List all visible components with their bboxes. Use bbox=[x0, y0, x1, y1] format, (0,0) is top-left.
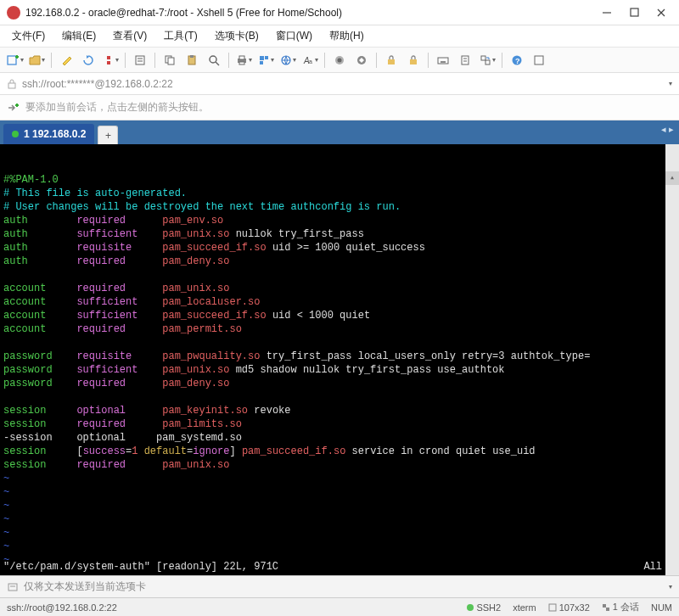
svg-rect-51 bbox=[603, 604, 606, 608]
session-tab-1[interactable]: 1 192.168.0.2 bbox=[3, 124, 94, 144]
terminal-pane[interactable]: #%PAM-1.0# This file is auto-generated.#… bbox=[0, 144, 679, 575]
menu-bar: 文件(F) 编辑(E) 查看(V) 工具(T) 选项卡(B) 窗口(W) 帮助(… bbox=[0, 25, 679, 48]
separator bbox=[376, 53, 377, 68]
addressbook-button[interactable] bbox=[456, 51, 474, 70]
compose-hint[interactable]: 仅将文本发送到当前选项卡 bbox=[24, 580, 663, 594]
copy-button[interactable] bbox=[160, 51, 179, 70]
maximize-button[interactable] bbox=[628, 7, 640, 19]
lock1-button[interactable] bbox=[382, 51, 401, 70]
arrow-add-icon[interactable] bbox=[7, 102, 19, 114]
status-ssh: SSH2 bbox=[467, 602, 501, 613]
highlight-button[interactable] bbox=[57, 51, 76, 70]
svg-rect-13 bbox=[168, 58, 174, 64]
separator bbox=[228, 53, 229, 68]
status-size: 107x32 bbox=[548, 602, 590, 613]
close-button[interactable] bbox=[655, 7, 667, 19]
properties-button[interactable] bbox=[131, 51, 149, 70]
svg-rect-9 bbox=[136, 56, 144, 64]
lock2-button[interactable] bbox=[404, 51, 423, 70]
menu-help[interactable]: 帮助(H) bbox=[324, 27, 369, 45]
disconnect-button[interactable]: ▾ bbox=[101, 51, 120, 70]
tip-bar: 要添加当前会话，点击左侧的箭头按钮。 bbox=[0, 95, 679, 120]
fullscreen-button[interactable] bbox=[530, 51, 548, 70]
title-bar: 192.168.0.2 - oracle@redhat-7:/root - Xs… bbox=[0, 0, 679, 25]
app-icon bbox=[7, 6, 20, 20]
new-session-button[interactable]: ▾ bbox=[5, 51, 24, 70]
script-button[interactable] bbox=[330, 51, 349, 70]
menu-window[interactable]: 窗口(W) bbox=[271, 27, 317, 45]
address-dropdown-icon[interactable]: ▾ bbox=[669, 80, 672, 87]
layout-button[interactable]: ▾ bbox=[256, 51, 275, 70]
open-button[interactable]: ▾ bbox=[27, 51, 46, 70]
address-bar: ssh://root:*******@192.168.0.2:22 ▾ bbox=[0, 73, 679, 95]
separator bbox=[154, 53, 155, 68]
status-dot-icon bbox=[12, 131, 19, 137]
tab-label: 1 192.168.0.2 bbox=[24, 128, 86, 140]
encoding-button[interactable]: ▾ bbox=[278, 51, 297, 70]
svg-rect-48 bbox=[8, 584, 17, 591]
print-button[interactable]: ▾ bbox=[234, 51, 253, 70]
separator bbox=[324, 53, 325, 68]
minimize-button[interactable] bbox=[601, 7, 613, 19]
terminal-scrollbar[interactable]: ▴ bbox=[665, 144, 679, 575]
svg-point-16 bbox=[210, 56, 216, 63]
tab-nav-arrows[interactable]: ◂ ▸ bbox=[661, 124, 674, 135]
compose-bar: 仅将文本发送到当前选项卡 ▾ bbox=[0, 575, 679, 597]
find-button[interactable] bbox=[205, 51, 223, 70]
status-caps: NUM bbox=[651, 602, 672, 613]
xagent-button[interactable] bbox=[352, 51, 371, 70]
help-button[interactable]: ? bbox=[508, 51, 526, 70]
separator bbox=[51, 53, 52, 68]
ssh-light-icon bbox=[467, 604, 474, 611]
svg-text:?: ? bbox=[515, 57, 520, 65]
compose-dropdown-icon[interactable]: ▾ bbox=[669, 583, 672, 591]
svg-line-17 bbox=[216, 62, 219, 65]
svg-rect-41 bbox=[485, 60, 490, 64]
svg-rect-31 bbox=[410, 59, 417, 64]
svg-rect-19 bbox=[239, 56, 244, 59]
menu-edit[interactable]: 编辑(E) bbox=[57, 27, 101, 45]
menu-tools[interactable]: 工具(T) bbox=[159, 27, 202, 45]
svg-rect-45 bbox=[8, 83, 15, 88]
svg-rect-4 bbox=[8, 56, 16, 64]
svg-rect-1 bbox=[631, 8, 638, 16]
svg-rect-32 bbox=[438, 58, 448, 64]
svg-rect-44 bbox=[535, 56, 543, 64]
menu-tabs[interactable]: 选项卡(B) bbox=[210, 27, 264, 45]
svg-rect-37 bbox=[462, 56, 469, 64]
svg-rect-30 bbox=[388, 59, 395, 64]
address-text[interactable]: ssh://root:*******@192.168.0.2:22 bbox=[22, 78, 663, 90]
font-button[interactable]: Aa▾ bbox=[300, 51, 319, 70]
add-tab-button[interactable]: + bbox=[98, 126, 118, 144]
separator bbox=[502, 53, 502, 68]
svg-text:a: a bbox=[309, 59, 312, 64]
separator bbox=[428, 53, 429, 68]
svg-rect-50 bbox=[549, 604, 556, 611]
window-controls bbox=[601, 7, 672, 19]
svg-rect-15 bbox=[190, 55, 194, 58]
status-term: xterm bbox=[513, 602, 536, 613]
reconnect-button[interactable] bbox=[79, 51, 98, 70]
transfer-button[interactable]: ▾ bbox=[478, 51, 497, 70]
lock-icon bbox=[7, 79, 17, 89]
window-title: 192.168.0.2 - oracle@redhat-7:/root - Xs… bbox=[25, 7, 601, 19]
svg-rect-22 bbox=[265, 56, 268, 59]
menu-file[interactable]: 文件(F) bbox=[7, 27, 50, 45]
keyboard-button[interactable] bbox=[434, 51, 452, 70]
svg-rect-40 bbox=[481, 56, 485, 60]
svg-rect-20 bbox=[239, 62, 244, 64]
compose-icon[interactable] bbox=[7, 581, 19, 593]
status-bar: ssh://root@192.168.0.2:22 SSH2 xterm 107… bbox=[0, 597, 679, 616]
tab-strip: 1 192.168.0.2 + ◂ ▸ bbox=[0, 120, 679, 144]
svg-rect-52 bbox=[606, 608, 609, 611]
paste-button[interactable] bbox=[182, 51, 201, 70]
separator bbox=[125, 53, 126, 68]
menu-view[interactable]: 查看(V) bbox=[108, 27, 152, 45]
status-connection: ssh://root@192.168.0.2:22 bbox=[7, 602, 455, 613]
toolbar: ▾ ▾ ▾ ▾ ▾ ▾ Aa▾ ▾ ? bbox=[0, 48, 679, 73]
svg-point-28 bbox=[338, 58, 342, 62]
svg-rect-21 bbox=[260, 56, 264, 60]
svg-rect-7 bbox=[107, 56, 110, 59]
status-sessions: 1 会话 bbox=[602, 601, 639, 613]
scroll-up-icon[interactable]: ▴ bbox=[665, 171, 679, 185]
